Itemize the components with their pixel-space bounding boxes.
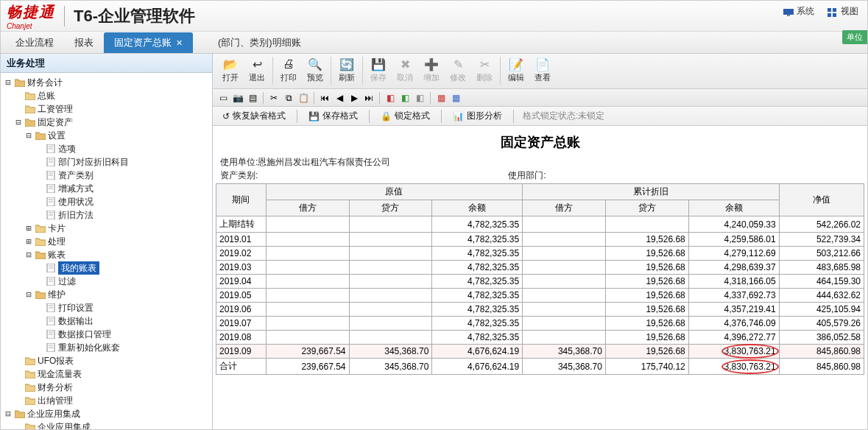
flag-red-icon[interactable]: ◧ bbox=[384, 92, 396, 104]
open-button[interactable]: 📂打开 bbox=[217, 55, 244, 85]
tab-detail[interactable]: (部门、类别)明细账 bbox=[211, 32, 308, 53]
tree-node-cashflow[interactable]: 现金流量表 bbox=[4, 367, 212, 381]
cell-od[interactable] bbox=[266, 331, 349, 345]
table-icon[interactable]: ▦ bbox=[435, 92, 447, 104]
table-row[interactable]: 2019.084,782,325.3519,526.684,396,272.77… bbox=[216, 331, 864, 345]
cell-net[interactable]: 483,685.98 bbox=[779, 261, 864, 275]
cell-db[interactable]: 4,298,639.37 bbox=[688, 261, 779, 275]
cell-ob[interactable]: 4,782,325.35 bbox=[432, 331, 523, 345]
cell-dc[interactable]: 19,526.68 bbox=[605, 261, 688, 275]
table-row[interactable]: 2019.054,782,325.3519,526.684,337,692.73… bbox=[216, 289, 864, 303]
cell-net[interactable]: 522,739.34 bbox=[779, 233, 864, 247]
exit-button[interactable]: ↩退出 bbox=[244, 55, 270, 85]
tab-fa-ledger[interactable]: 固定资产总账 ✕ bbox=[104, 32, 193, 53]
first-icon[interactable]: ⏮ bbox=[319, 92, 331, 104]
lock-format-button[interactable]: 🔒 锁定格式 bbox=[374, 107, 437, 124]
tree-node-print_set[interactable]: 打印设置 bbox=[4, 301, 212, 314]
tree-node-books[interactable]: ⊟账表 bbox=[4, 248, 212, 261]
next-icon[interactable]: ▶ bbox=[348, 92, 360, 104]
tree-node-fin[interactable]: ⊟财务会计 bbox=[4, 76, 212, 89]
cell-ob[interactable]: 4,782,325.35 bbox=[432, 261, 523, 275]
table2-icon[interactable]: ▦ bbox=[450, 92, 462, 104]
cell-oc[interactable] bbox=[349, 216, 432, 233]
cell-dc[interactable]: 175,740.12 bbox=[605, 359, 688, 375]
twist-icon[interactable]: ⊟ bbox=[24, 248, 33, 261]
tree-node-inc_method[interactable]: 增减方式 bbox=[4, 182, 212, 195]
tree-node-card[interactable]: ⊞卡片 bbox=[4, 222, 212, 235]
table-row[interactable]: 2019.044,782,325.3519,526.684,318,166.05… bbox=[216, 275, 864, 289]
tree-node-dep_method[interactable]: 折旧方法 bbox=[4, 208, 212, 222]
cell-period[interactable]: 2019.02 bbox=[216, 247, 267, 261]
restore-format-button[interactable]: ↺ 恢复缺省格式 bbox=[216, 107, 292, 124]
cell-net[interactable]: 444,632.62 bbox=[779, 289, 864, 303]
cell-db[interactable]: 4,259,586.01 bbox=[688, 233, 779, 247]
page-icon[interactable]: ▭ bbox=[217, 92, 229, 104]
cell-dd[interactable] bbox=[523, 216, 606, 233]
cell-net[interactable]: 386,052.58 bbox=[779, 331, 864, 345]
editor-button[interactable]: 📝编辑 bbox=[503, 55, 529, 85]
cell-dd[interactable] bbox=[523, 233, 606, 247]
table-row[interactable]: 2019.09239,667.54345,368.704,676,624.193… bbox=[216, 345, 864, 359]
cell-ob[interactable]: 4,782,325.35 bbox=[432, 317, 523, 331]
cell-dc[interactable]: 19,526.68 bbox=[605, 233, 688, 247]
cell-dd[interactable]: 345,368.70 bbox=[523, 345, 606, 359]
table-row[interactable]: 上期结转4,782,325.354,240,059.33542,266.02 bbox=[216, 216, 864, 233]
last-icon[interactable]: ⏭ bbox=[363, 92, 375, 104]
tree-node-ufo[interactable]: UFO报表 bbox=[4, 354, 212, 367]
cell-ob[interactable]: 4,782,325.35 bbox=[432, 303, 523, 317]
cell-oc[interactable]: 345,368.70 bbox=[349, 359, 432, 375]
cell-db[interactable]: 3,830,763.21 bbox=[688, 345, 779, 359]
col-period[interactable]: 期间 bbox=[216, 184, 267, 216]
flag-gray-icon[interactable]: ◧ bbox=[414, 92, 426, 104]
tree-node-use_status[interactable]: 使用状况 bbox=[4, 195, 212, 208]
col-accdep[interactable]: 累计折旧 bbox=[523, 184, 779, 200]
stack-icon[interactable]: ▤ bbox=[247, 92, 258, 104]
cell-ob[interactable]: 4,782,325.35 bbox=[432, 233, 523, 247]
tree-node-cashier[interactable]: 出纳管理 bbox=[4, 394, 212, 407]
cell-period[interactable]: 2019.01 bbox=[216, 233, 267, 247]
cell-od[interactable] bbox=[266, 275, 349, 289]
col-orig-debit[interactable]: 借方 bbox=[266, 200, 349, 216]
chart-analysis-button[interactable]: 📊 图形分析 bbox=[446, 107, 509, 124]
camera-icon[interactable]: 📷 bbox=[232, 92, 244, 104]
cell-period[interactable]: 合计 bbox=[216, 359, 267, 375]
cell-dc[interactable]: 19,526.68 bbox=[605, 345, 688, 359]
cell-od[interactable] bbox=[266, 303, 349, 317]
cell-net[interactable]: 464,159.30 bbox=[779, 275, 864, 289]
cell-db[interactable]: 4,279,112.69 bbox=[688, 247, 779, 261]
twist-icon[interactable]: ⊟ bbox=[24, 129, 33, 142]
tree-node-fa[interactable]: ⊟固定资产 bbox=[4, 116, 212, 129]
cell-period[interactable]: 2019.06 bbox=[216, 303, 267, 317]
cell-period[interactable]: 2019.07 bbox=[216, 317, 267, 331]
twist-icon[interactable]: ⊟ bbox=[4, 76, 13, 89]
cell-od[interactable] bbox=[266, 289, 349, 303]
cell-dd[interactable] bbox=[523, 303, 606, 317]
cell-dc[interactable]: 19,526.68 bbox=[605, 331, 688, 345]
cell-dd[interactable] bbox=[523, 317, 606, 331]
col-dep-debit[interactable]: 借方 bbox=[523, 200, 606, 216]
cell-dd[interactable] bbox=[523, 275, 606, 289]
cell-ob[interactable]: 4,782,325.35 bbox=[432, 247, 523, 261]
cell-net[interactable]: 503,212.66 bbox=[779, 247, 864, 261]
cell-ob[interactable]: 4,782,325.35 bbox=[432, 289, 523, 303]
cell-od[interactable] bbox=[266, 233, 349, 247]
cell-period[interactable]: 2019.08 bbox=[216, 331, 267, 345]
col-dep-balance[interactable]: 余额 bbox=[688, 200, 779, 216]
tree-node-data_if[interactable]: 数据接口管理 bbox=[4, 328, 212, 341]
cell-dd[interactable] bbox=[523, 289, 606, 303]
cell-db[interactable]: 4,357,219.41 bbox=[688, 303, 779, 317]
cell-dd[interactable] bbox=[523, 331, 606, 345]
cell-dd[interactable] bbox=[523, 261, 606, 275]
cell-dc[interactable]: 19,526.68 bbox=[605, 317, 688, 331]
flag-green-icon[interactable]: ◧ bbox=[399, 92, 411, 104]
tree-node-maint[interactable]: ⊟维护 bbox=[4, 288, 212, 301]
cell-dd[interactable]: 345,368.70 bbox=[523, 359, 606, 375]
cell-od[interactable] bbox=[266, 216, 349, 233]
paste-icon[interactable]: 📋 bbox=[297, 92, 309, 104]
table-row[interactable]: 2019.024,782,325.3519,526.684,279,112.69… bbox=[216, 247, 864, 261]
tree-node-eai[interactable]: ⊟企业应用集成 bbox=[4, 407, 212, 420]
col-net[interactable]: 净值 bbox=[779, 184, 864, 216]
col-dep-credit[interactable]: 贷方 bbox=[605, 200, 688, 216]
table-row[interactable]: 2019.074,782,325.3519,526.684,376,746.09… bbox=[216, 317, 864, 331]
menu-system[interactable]: 系统 bbox=[783, 5, 814, 18]
